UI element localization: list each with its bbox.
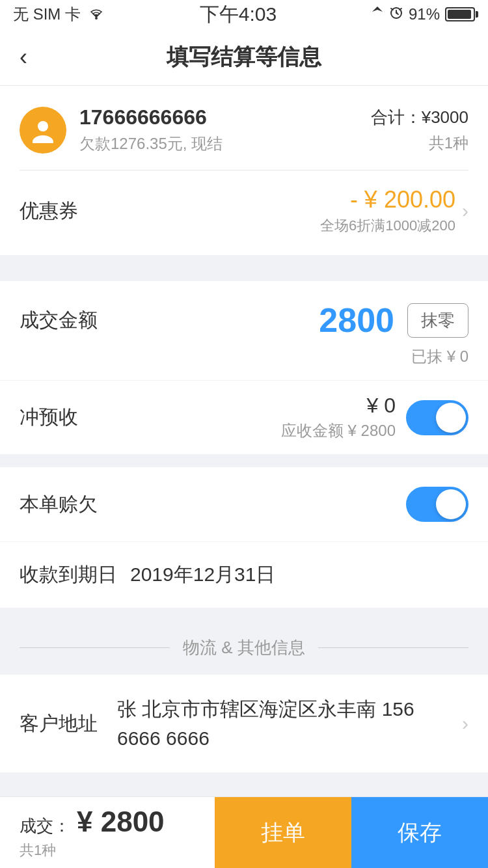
grey-divider-1 — [0, 268, 488, 281]
address-chevron-icon: › — [462, 712, 468, 735]
amount-label: 成交金额 — [20, 307, 98, 334]
svg-point-2 — [38, 121, 48, 131]
back-button[interactable]: ‹ — [20, 44, 27, 71]
coupon-detail: - ¥ 200.00 全场6折满1000减200 — [320, 186, 455, 236]
footer-total-amount: ¥ 2800 — [77, 806, 165, 838]
advance-row: 冲预收 ¥ 0 应收金额 ¥ 2800 — [0, 380, 488, 454]
footer: 成交： ¥ 2800 共1种 挂单 保存 — [0, 796, 488, 868]
duedate-label: 收款到期日 — [20, 562, 117, 588]
coupon-right: - ¥ 200.00 全场6折满1000减200 › — [320, 186, 468, 236]
avatar — [20, 107, 66, 154]
address-row[interactable]: 客户地址 张 北京市市辖区海淀区永丰南 156 6666 6666 › — [0, 675, 488, 772]
customer-row: 17666666666 欠款1276.35元, 现结 合计：¥3000 共1种 — [20, 105, 468, 154]
divider — [20, 170, 468, 170]
save-button[interactable]: 保存 — [351, 797, 488, 869]
address-label: 客户地址 — [20, 711, 98, 737]
alarm-icon — [389, 5, 403, 23]
chevron-right-icon: › — [462, 200, 468, 222]
total-count: 共1种 — [371, 133, 468, 154]
coupon-detail-text: 全场6折满1000减200 — [320, 216, 455, 236]
logistics-section-header: 物流 & 其他信息 — [0, 621, 488, 675]
logistics-label: 物流 & 其他信息 — [183, 636, 305, 659]
footer-info: 成交： ¥ 2800 共1种 — [0, 806, 215, 860]
customer-right: 合计：¥3000 共1种 — [371, 106, 468, 154]
address-value: 张 北京市市辖区海淀区永丰南 156 6666 6666 — [117, 694, 462, 753]
advance-amount: ¥ 0 — [281, 394, 396, 418]
coupon-label: 优惠券 — [20, 198, 78, 224]
writeoff-label: 本单赊欠 — [20, 491, 98, 518]
battery-icon — [445, 7, 475, 21]
amount-sub: 已抹 ¥ 0 — [0, 346, 488, 380]
footer-total-sub: 共1种 — [20, 841, 195, 860]
grey-divider-2 — [0, 454, 488, 467]
advance-label: 冲预收 — [20, 404, 78, 431]
header: ‹ 填写结算等信息 — [0, 29, 488, 86]
customer-left: 17666666666 欠款1276.35元, 现结 — [20, 105, 223, 154]
divider-line-left — [20, 647, 170, 648]
status-bar: 无 SIM 卡 下午4:03 91% — [0, 0, 488, 29]
transaction-section: 成交金额 2800 抹零 已抹 ¥ 0 — [0, 281, 488, 380]
divider-line-right — [318, 647, 468, 648]
status-left: 无 SIM 卡 — [13, 4, 105, 25]
amount-row: 成交金额 2800 抹零 — [0, 281, 488, 346]
svg-point-0 — [95, 17, 98, 20]
customer-phone: 17666666666 — [79, 105, 223, 129]
svg-point-3 — [33, 135, 53, 143]
wifi-icon — [87, 5, 105, 23]
page-title: 填写结算等信息 — [167, 42, 321, 72]
customer-card: 17666666666 欠款1276.35元, 现结 合计：¥3000 共1种 … — [0, 86, 488, 255]
coupon-amount: - ¥ 200.00 — [320, 186, 455, 213]
customer-info: 17666666666 欠款1276.35元, 现结 — [79, 105, 223, 154]
writeoff-row: 本单赊欠 — [0, 467, 488, 541]
amount-value: 2800 — [319, 301, 394, 340]
pending-button[interactable]: 挂单 — [215, 797, 351, 869]
battery-percent: 91% — [409, 5, 440, 23]
advance-right: ¥ 0 应收金额 ¥ 2800 — [281, 394, 468, 441]
sim-status: 无 SIM 卡 — [13, 4, 81, 25]
status-time: 下午4:03 — [200, 1, 277, 28]
grey-divider-3 — [0, 608, 488, 621]
location-icon — [371, 5, 384, 23]
advance-values: ¥ 0 应收金额 ¥ 2800 — [281, 394, 396, 441]
duedate-value: 2019年12月31日 — [130, 562, 275, 588]
writeoff-toggle-thumb — [436, 489, 466, 519]
status-right: 91% — [371, 5, 475, 23]
content: 17666666666 欠款1276.35元, 现结 合计：¥3000 共1种 … — [0, 86, 488, 850]
round-button[interactable]: 抹零 — [407, 303, 468, 338]
footer-total-label: 成交： — [20, 815, 70, 837]
coupon-row[interactable]: 优惠券 - ¥ 200.00 全场6折满1000减200 › — [20, 186, 468, 236]
advance-toggle-thumb — [436, 403, 466, 433]
advance-toggle[interactable] — [406, 400, 468, 435]
footer-total-row: 成交： ¥ 2800 — [20, 806, 195, 838]
customer-sub: 欠款1276.35元, 现结 — [79, 133, 223, 154]
advance-sub: 应收金额 ¥ 2800 — [281, 420, 396, 441]
writeoff-toggle[interactable] — [406, 487, 468, 522]
amount-right: 2800 抹零 — [319, 301, 468, 340]
duedate-row: 收款到期日 2019年12月31日 — [0, 541, 488, 608]
total-label: 合计：¥3000 — [371, 106, 468, 129]
